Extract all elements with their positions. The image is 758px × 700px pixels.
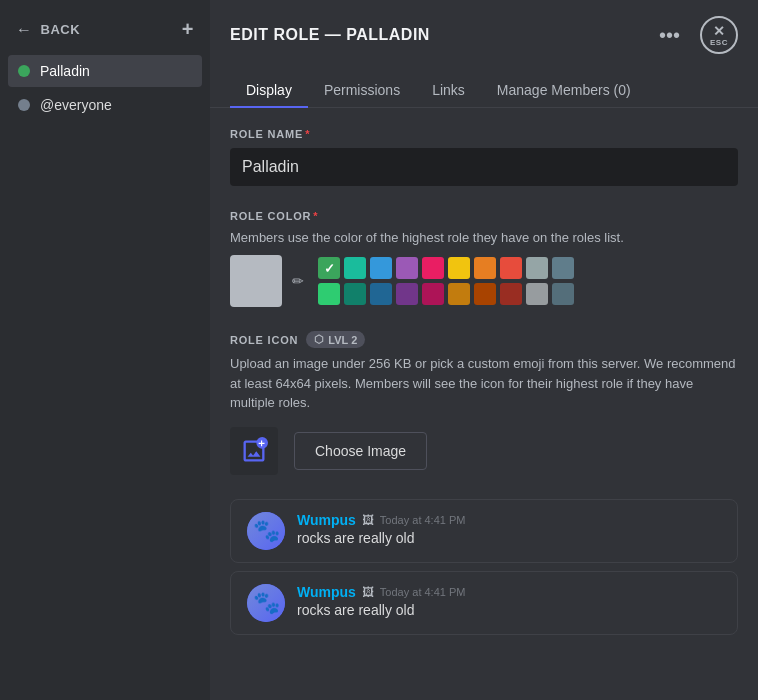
role-icon-header: ROLE ICON ⬡ LVL 2 — [230, 331, 738, 348]
tab-permissions[interactable]: Permissions — [308, 74, 416, 108]
role-icon-controls: Choose Image — [230, 427, 738, 475]
choose-image-button[interactable]: Choose Image — [294, 432, 427, 470]
sidebar-item-everyone[interactable]: @everyone — [8, 89, 202, 121]
color-row — [318, 283, 574, 305]
role-icon-desc: Upload an image under 256 KB or pick a c… — [230, 354, 738, 413]
message-preview-item: 🐾 Wumpus 🖼 Today at 4:41 PM rocks are re… — [230, 571, 738, 635]
sidebar: ← BACK + Palladin @everyone — [0, 0, 210, 700]
tab-manage-members[interactable]: Manage Members (0) — [481, 74, 647, 108]
color-swatch[interactable] — [526, 283, 548, 305]
color-grid — [318, 257, 574, 305]
color-swatch[interactable] — [318, 257, 340, 279]
avatar: 🐾 — [247, 584, 285, 622]
username: Wumpus — [297, 584, 356, 600]
image-placeholder-icon[interactable] — [230, 427, 278, 475]
more-options-button[interactable]: ••• — [651, 20, 688, 51]
svg-point-0 — [256, 437, 268, 449]
color-swatch[interactable] — [552, 257, 574, 279]
close-icon: ✕ — [713, 24, 725, 38]
content-area: ROLE NAME* ROLE COLOR* Members use the c… — [210, 108, 758, 700]
role-color-label: ROLE COLOR* — [230, 210, 738, 222]
color-swatch[interactable] — [474, 257, 496, 279]
role-color-section: ROLE COLOR* Members use the color of the… — [230, 210, 738, 307]
esc-label: ESC — [710, 39, 728, 47]
color-swatch[interactable] — [422, 283, 444, 305]
color-row — [318, 257, 574, 279]
lvl-icon: ⬡ — [314, 333, 324, 346]
color-swatch[interactable] — [500, 257, 522, 279]
role-icon-badge: 🖼 — [362, 585, 374, 599]
lvl-label: LVL 2 — [328, 334, 357, 346]
message-body: Wumpus 🖼 Today at 4:41 PM rocks are real… — [297, 584, 721, 618]
preview-area: 🐾 Wumpus 🖼 Today at 4:41 PM rocks are re… — [230, 499, 738, 635]
message-header: Wumpus 🖼 Today at 4:41 PM — [297, 584, 721, 600]
main-header: EDIT ROLE — PALLADIN ••• ✕ ESC — [210, 0, 758, 54]
main-panel: EDIT ROLE — PALLADIN ••• ✕ ESC Display P… — [210, 0, 758, 700]
lvl-badge: ⬡ LVL 2 — [306, 331, 365, 348]
back-button[interactable]: ← BACK + — [8, 12, 202, 47]
role-icon-label: ROLE ICON — [230, 334, 298, 346]
sidebar-item-palladin[interactable]: Palladin — [8, 55, 202, 87]
color-picker-row: ✏ — [230, 255, 738, 307]
timestamp: Today at 4:41 PM — [380, 514, 466, 526]
color-swatch[interactable] — [370, 257, 392, 279]
color-swatch[interactable] — [526, 257, 548, 279]
role-icon-section: ROLE ICON ⬡ LVL 2 Upload an image under … — [230, 331, 738, 475]
color-swatch[interactable] — [474, 283, 496, 305]
color-swatch[interactable] — [552, 283, 574, 305]
message-preview-item: 🐾 Wumpus 🖼 Today at 4:41 PM rocks are re… — [230, 499, 738, 563]
sidebar-item-label-palladin: Palladin — [40, 63, 90, 79]
color-swatch[interactable] — [344, 257, 366, 279]
message-body: Wumpus 🖼 Today at 4:41 PM rocks are real… — [297, 512, 721, 546]
back-label: BACK — [41, 22, 81, 37]
add-role-button[interactable]: + — [182, 18, 194, 41]
message-header: Wumpus 🖼 Today at 4:41 PM — [297, 512, 721, 528]
role-icon-badge: 🖼 — [362, 513, 374, 527]
timestamp: Today at 4:41 PM — [380, 586, 466, 598]
color-swatch[interactable] — [448, 283, 470, 305]
message-text: rocks are really old — [297, 602, 721, 618]
role-name-section: ROLE NAME* — [230, 128, 738, 186]
close-button[interactable]: ✕ ESC — [700, 16, 738, 54]
color-swatch[interactable] — [396, 257, 418, 279]
avatar: 🐾 — [247, 512, 285, 550]
color-preview-swatch[interactable] — [230, 255, 282, 307]
page-title: EDIT ROLE — PALLADIN — [230, 26, 639, 44]
tab-links[interactable]: Links — [416, 74, 481, 108]
color-swatch[interactable] — [448, 257, 470, 279]
username: Wumpus — [297, 512, 356, 528]
role-name-label: ROLE NAME* — [230, 128, 738, 140]
color-swatch[interactable] — [422, 257, 444, 279]
tab-bar: Display Permissions Links Manage Members… — [210, 62, 758, 108]
back-arrow-icon: ← — [16, 21, 33, 39]
color-swatch[interactable] — [344, 283, 366, 305]
role-color-desc: Members use the color of the highest rol… — [230, 230, 738, 245]
color-edit-icon[interactable]: ✏ — [292, 273, 304, 289]
sidebar-item-label-everyone: @everyone — [40, 97, 112, 113]
tab-display[interactable]: Display — [230, 74, 308, 108]
color-swatch[interactable] — [318, 283, 340, 305]
required-star: * — [305, 128, 310, 140]
role-dot-everyone — [18, 99, 30, 111]
color-swatch[interactable] — [370, 283, 392, 305]
role-name-input[interactable] — [230, 148, 738, 186]
message-text: rocks are really old — [297, 530, 721, 546]
role-dot-palladin — [18, 65, 30, 77]
color-swatch[interactable] — [396, 283, 418, 305]
color-swatch[interactable] — [500, 283, 522, 305]
